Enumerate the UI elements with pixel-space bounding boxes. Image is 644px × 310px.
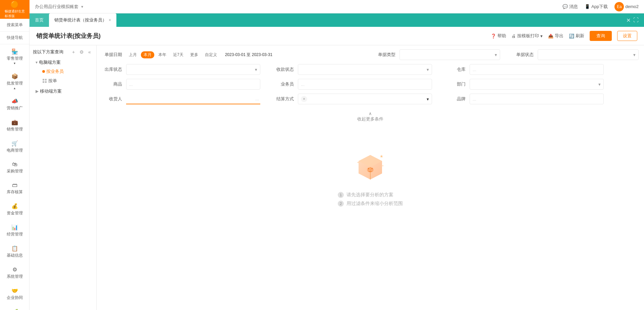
app-dropdown-icon[interactable]: ▾ bbox=[81, 4, 83, 9]
sidebar-item-retail[interactable]: 🏪 零售管理 ▾ bbox=[0, 44, 29, 69]
topbar: 办公用品行业模拟账套 ▾ 💬 消息 📱 App下载 Ea demo2 bbox=[30, 0, 644, 13]
payment-chevron: ▾ bbox=[427, 67, 429, 72]
sidebar-quick-nav[interactable]: 快捷导航 bbox=[0, 32, 29, 44]
date-tab-this-year[interactable]: 本年 bbox=[156, 51, 169, 58]
tree-item-by-staff[interactable]: 按业务员 bbox=[40, 67, 93, 76]
sidebar-item-system[interactable]: ⚙ 系统管理 bbox=[0, 262, 29, 283]
help-button[interactable]: ❓ 帮助 bbox=[491, 33, 506, 39]
tree-mobile-expand-icon: ▶ bbox=[36, 89, 39, 94]
date-range-value: 2023-03-01 至 2023-03-31 bbox=[225, 52, 272, 58]
tab-sales-report[interactable]: 销货单统计表（按业务员） × bbox=[49, 13, 116, 27]
hint-text-1: 请先选择要分析的方案 bbox=[346, 192, 393, 198]
order-type-label: 单据类型 bbox=[375, 52, 395, 58]
tree-mobile-section[interactable]: ▶ 移动端方案 bbox=[33, 87, 93, 96]
refresh-button[interactable]: 🔄 刷新 bbox=[569, 33, 584, 39]
svg-rect-3 bbox=[45, 81, 47, 83]
consignee-input[interactable]: ... bbox=[126, 94, 260, 104]
sidebar-search-label[interactable]: 搜索菜单 bbox=[0, 22, 29, 28]
sidebar-item-operations[interactable]: 📊 经营管理 bbox=[0, 220, 29, 241]
hint-text-2: 用过滤条件来缩小分析范围 bbox=[346, 201, 403, 207]
delivery-chevron: ▾ bbox=[255, 67, 257, 72]
warehouse-label: 仓库 bbox=[445, 66, 466, 72]
export-button[interactable]: 📤 导出 bbox=[548, 33, 564, 39]
settlement-tag-close[interactable]: × bbox=[303, 97, 305, 101]
order-type-select[interactable]: ▾ bbox=[399, 49, 500, 60]
empty-hints: 1 请先选择要分析的方案 2 用过滤条件来缩小分析范围 bbox=[338, 192, 403, 209]
sidebar-item-basic[interactable]: 📋 基础信息 bbox=[0, 241, 29, 262]
help-icon: ❓ bbox=[491, 34, 496, 39]
content-body: 按以下方案查询 + ⚙ « ▾ 电脑端方案 按业务员 bbox=[30, 45, 644, 310]
date-tab-custom[interactable]: 自定义 bbox=[202, 51, 220, 58]
sidebar-item-wholesale[interactable]: 📦 批发管理 ▴ bbox=[0, 69, 29, 94]
collapse-panel-icon[interactable]: « bbox=[86, 49, 93, 55]
tab-maximize-icon[interactable]: ⛶ bbox=[633, 17, 639, 23]
product-dots: ... bbox=[129, 82, 133, 87]
date-tab-last-month[interactable]: 上月 bbox=[126, 51, 140, 58]
warehouse-dots: ... bbox=[473, 67, 476, 72]
user-profile[interactable]: Ea demo2 bbox=[614, 2, 639, 11]
scheme-settings-icon[interactable]: ⚙ bbox=[78, 49, 85, 55]
filter-row-2: 出库状态 ▾ 收款状态 ▾ 仓库 bbox=[102, 64, 639, 75]
tree-item-by-order-label: 按单 bbox=[48, 78, 57, 84]
date-tabs: 上月 本月 本年 近7天 更多 自定义 bbox=[126, 51, 220, 58]
print-button[interactable]: 🖨 按模板打印 ▾ bbox=[512, 33, 543, 39]
sidebar-quick-nav-label[interactable]: 快捷导航 bbox=[0, 35, 29, 41]
sidebar-item-enterprise[interactable]: 🤝 企业协同 bbox=[0, 283, 29, 305]
date-tab-7days[interactable]: 近7天 bbox=[170, 51, 186, 58]
brand-input[interactable]: ... bbox=[470, 94, 604, 104]
sidebar-item-marketing[interactable]: 📣 营销推广 bbox=[0, 94, 29, 115]
empty-state: ★ ✦ ✦ 1 请先选择要分析的方案 2 用过滤条件来缩小分析范围 bbox=[102, 125, 639, 229]
purchase-icon: 🛍 bbox=[12, 161, 17, 167]
help-label: 帮助 bbox=[497, 33, 506, 39]
filter-row-1: 单据日期 上月 本月 本年 近7天 更多 自定义 2023-03-01 至 20… bbox=[102, 49, 639, 60]
dept-select[interactable]: ▾ bbox=[470, 79, 604, 90]
sidebar-search[interactable]: 搜索菜单 bbox=[0, 19, 29, 32]
product-input[interactable]: ... bbox=[126, 79, 260, 90]
content-area: 销货单统计表(按业务员) ❓ 帮助 🖨 按模板打印 ▾ 📤 导出 🔄 刷新 bbox=[30, 27, 644, 310]
page-title: 销货单统计表(按业务员) bbox=[36, 32, 101, 40]
payment-status-select[interactable]: ▾ bbox=[298, 64, 432, 75]
add-scheme-button[interactable]: + bbox=[70, 49, 77, 55]
tree-item-by-order[interactable]: 按单 bbox=[40, 76, 93, 86]
consignee-text-input[interactable] bbox=[127, 96, 255, 101]
filter-row-3: 商品 ... 业务员 ... 部门 ▾ bbox=[102, 79, 639, 90]
dept-chevron: ▾ bbox=[598, 82, 601, 87]
query-button[interactable]: 查询 bbox=[590, 31, 612, 41]
date-tab-this-month[interactable]: 本月 bbox=[141, 51, 154, 58]
staff-input[interactable]: ... bbox=[298, 79, 432, 90]
tab-home[interactable]: 首页 bbox=[30, 13, 49, 27]
sidebar-item-newuser[interactable]: 🌱 新手引导 bbox=[0, 305, 29, 310]
collapse-bar[interactable]: ∧ 收起更多条件 bbox=[102, 108, 639, 125]
tab-close-window-icon[interactable]: ✕ bbox=[626, 17, 631, 23]
settings-button[interactable]: 设置 bbox=[617, 31, 637, 41]
consignee-dots[interactable]: ... bbox=[255, 96, 259, 101]
sidebar-item-inventory[interactable]: 🗃 库存核算 bbox=[0, 178, 29, 199]
grid-icon bbox=[42, 79, 47, 83]
settlement-select[interactable]: × ▾ bbox=[298, 94, 432, 104]
sidebar-item-purchase[interactable]: 🛍 采购管理 bbox=[0, 157, 29, 178]
topbar-left: 办公用品行业模拟账套 ▾ bbox=[35, 4, 83, 10]
svg-text:✦: ✦ bbox=[357, 161, 359, 164]
delivery-status-select[interactable]: ▾ bbox=[126, 64, 260, 75]
warehouse-input[interactable]: ... bbox=[470, 64, 604, 75]
sidebar-menu: 🏪 零售管理 ▾ 📦 批发管理 ▴ 📣 营销推广 💼 销售管理 🛒 电商管理 🛍… bbox=[0, 44, 29, 310]
sidebar-item-sales[interactable]: 💼 销售管理 bbox=[0, 115, 29, 136]
tab-close-icon[interactable]: × bbox=[109, 18, 111, 22]
print-label: 按模板打印 bbox=[517, 33, 539, 39]
message-button[interactable]: 💬 消息 bbox=[562, 4, 578, 10]
page-header: 销货单统计表(按业务员) ❓ 帮助 🖨 按模板打印 ▾ 📤 导出 🔄 刷新 bbox=[30, 27, 644, 45]
collapse-label: 收起更多条件 bbox=[102, 116, 639, 122]
date-tab-more[interactable]: 更多 bbox=[187, 51, 201, 58]
operations-icon: 📊 bbox=[11, 224, 18, 230]
app-download-button[interactable]: 📱 App下载 bbox=[585, 4, 608, 10]
app-download-label: App下载 bbox=[591, 4, 608, 10]
order-status-select[interactable]: ▾ bbox=[538, 49, 639, 60]
left-panel: 按以下方案查询 + ⚙ « ▾ 电脑端方案 按业务员 bbox=[30, 45, 97, 310]
brand-label: 品牌 bbox=[445, 96, 466, 102]
sidebar-item-finance[interactable]: 💰 资金管理 bbox=[0, 199, 29, 220]
sidebar-logo: 🟠 畅捷通好生意标准版 bbox=[0, 0, 30, 19]
tab-home-label: 首页 bbox=[35, 17, 44, 23]
tree-desktop-section[interactable]: ▾ 电脑端方案 bbox=[33, 58, 93, 67]
sidebar-item-ecommerce[interactable]: 🛒 电商管理 bbox=[0, 136, 29, 157]
brand-dots: ... bbox=[473, 97, 476, 102]
